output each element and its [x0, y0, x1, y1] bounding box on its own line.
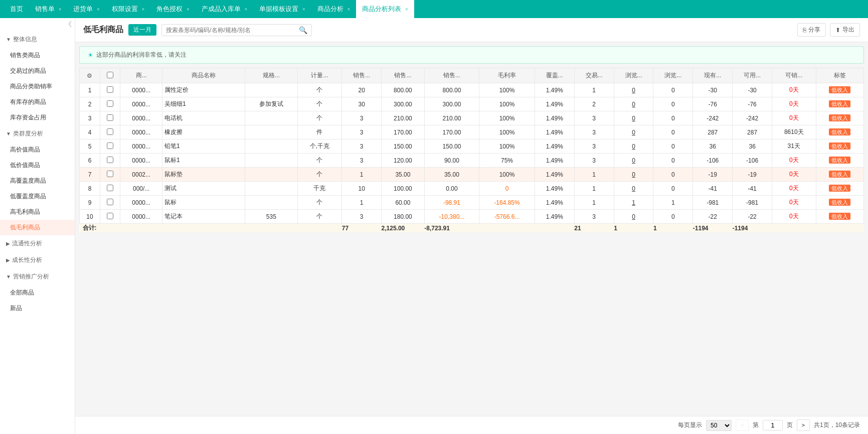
col-code[interactable]: 商... — [120, 68, 162, 83]
totals-browse2: 1 — [653, 224, 693, 233]
row-no: 4 — [80, 125, 100, 139]
search-icon[interactable]: 🔍 — [299, 26, 307, 34]
row-checkbox[interactable] — [100, 210, 120, 224]
col-spec[interactable]: 规格... — [245, 68, 298, 83]
row-browse1[interactable]: 0 — [614, 97, 653, 111]
sidebar-item-all-goods[interactable]: 全部商品 — [0, 285, 75, 301]
row-checkbox[interactable] — [100, 168, 120, 182]
row-browse1[interactable]: 0 — [614, 111, 653, 125]
row-gross-margin: 100% — [479, 168, 535, 182]
sidebar-item-sales-goods[interactable]: 销售类商品 — [0, 48, 75, 63]
sidebar-group-marketing[interactable]: ▼ 营销推广分析 — [0, 268, 75, 285]
nav-analysis-list[interactable]: 商品分析列表 × — [356, 0, 414, 18]
row-current: -19 — [693, 168, 733, 182]
row-browse1[interactable]: 0 — [614, 154, 653, 168]
row-tag: 低收入 — [816, 168, 863, 182]
row-browse1[interactable]: 1 — [614, 196, 653, 210]
sidebar-item-new-goods[interactable]: 新品 — [0, 301, 75, 316]
col-checkbox[interactable] — [100, 68, 120, 83]
nav-permissions[interactable]: 权限设置 × — [106, 0, 150, 18]
table-row: 5 0000... 铅笔1 个,千克 3 150.00 150.00 100% … — [80, 139, 864, 154]
nav-analysis[interactable]: 商品分析 × — [311, 0, 356, 18]
sidebar-item-low-margin[interactable]: 低毛利商品 — [0, 220, 75, 235]
col-sales-amount[interactable]: 销售... — [424, 68, 479, 83]
search-box[interactable]: 🔍 — [161, 24, 312, 36]
page-number-input[interactable] — [763, 420, 783, 430]
sidebar-item-high-coverage[interactable]: 高覆盖度商品 — [0, 173, 75, 189]
sidebar-item-low-coverage[interactable]: 低覆盖度商品 — [0, 189, 75, 204]
nav-purchase[interactable]: 进货单 × — [67, 0, 105, 18]
col-gross-margin[interactable]: 毛利率 — [479, 68, 535, 83]
col-transaction[interactable]: 交易... — [574, 68, 614, 83]
row-current: 36 — [693, 139, 733, 154]
table-row: 4 0000... 橡皮擦 件 3 170.00 170.00 100% 1.4… — [80, 125, 864, 139]
export-button[interactable]: ⬆ 导出 — [830, 23, 860, 37]
col-name[interactable]: 商品名称 — [162, 68, 245, 83]
row-browse1[interactable]: 0 — [614, 139, 653, 154]
share-button[interactable]: ⎘ 分享 — [797, 23, 826, 37]
share-icon: ⎘ — [803, 27, 806, 34]
time-filter-button[interactable]: 近一月 — [128, 24, 156, 36]
next-page-btn[interactable]: ＞ — [797, 419, 810, 431]
row-gross-margin: 75% — [479, 154, 535, 168]
row-checkbox[interactable] — [100, 83, 120, 97]
row-unit: 个 — [297, 168, 342, 182]
sidebar-item-category-rate[interactable]: 商品分类助销率 — [0, 79, 75, 94]
col-available[interactable]: 可用... — [733, 68, 772, 83]
nav-templates[interactable]: 单据模板设置 × — [253, 0, 311, 18]
row-browse1[interactable]: 0 — [614, 210, 653, 224]
col-current[interactable]: 现有... — [693, 68, 733, 83]
row-available: -22 — [733, 210, 772, 224]
nav-products[interactable]: 产成品入库单 × — [196, 0, 253, 18]
sidebar-group-overview[interactable]: ▼ 整体信息 — [0, 31, 75, 48]
col-coverage[interactable]: 覆盖... — [535, 68, 574, 83]
row-checkbox[interactable] — [100, 154, 120, 168]
row-checkbox[interactable] — [100, 97, 120, 111]
sidebar-item-high-margin[interactable]: 高毛利商品 — [0, 204, 75, 220]
sidebar-group-growth[interactable]: ▶ 成长性分析 — [0, 252, 75, 268]
sidebar-item-traded-goods[interactable]: 交易过的商品 — [0, 63, 75, 79]
row-checkbox[interactable] — [100, 196, 120, 210]
nav-home[interactable]: 首页 — [4, 0, 29, 18]
sidebar-group-liquidity[interactable]: ▶ 流通性分析 — [0, 235, 75, 252]
col-tag[interactable]: 标签 — [816, 68, 863, 83]
prev-page-btn[interactable]: ＜ — [736, 419, 749, 431]
row-available: 36 — [733, 139, 772, 154]
nav-roles[interactable]: 角色授权 × — [150, 0, 195, 18]
sidebar-item-in-stock[interactable]: 有库存的商品 — [0, 94, 75, 110]
row-checkbox[interactable] — [100, 125, 120, 139]
sidebar-item-capital[interactable]: 库存资金占用 — [0, 110, 75, 125]
col-unit[interactable]: 计量... — [297, 68, 342, 83]
sidebar-group-cluster[interactable]: ▼ 类群度分析 — [0, 125, 75, 142]
per-page-select[interactable]: 50 100 200 — [706, 420, 732, 431]
col-sellable[interactable]: 可销... — [772, 68, 816, 83]
row-checkbox[interactable] — [100, 139, 120, 154]
sidebar-item-low-value[interactable]: 低价值商品 — [0, 158, 75, 173]
col-settings[interactable]: ⚙ — [80, 68, 100, 83]
col-sales-price[interactable]: 销售... — [382, 68, 425, 83]
col-browse2[interactable]: 浏览... — [653, 68, 693, 83]
totals-row: 合计: 77 2,125.00 -8,723.91 21 1 1 -1194 — [80, 224, 864, 233]
row-checkbox[interactable] — [100, 111, 120, 125]
row-browse2: 0 — [653, 182, 693, 196]
row-checkbox[interactable] — [100, 182, 120, 196]
nav-sales[interactable]: 销售单 × — [29, 0, 67, 18]
tag-badge: 低收入 — [829, 86, 850, 93]
row-sellable: 8610天 — [772, 125, 816, 139]
search-input[interactable] — [166, 27, 299, 34]
row-browse1[interactable]: 0 — [614, 182, 653, 196]
row-sellable: 0天 — [772, 83, 816, 97]
sidebar-item-high-value[interactable]: 高价值商品 — [0, 142, 75, 158]
collapse-sidebar-btn[interactable]: 《 — [0, 18, 75, 31]
table-row: 1 0000... 属性定价 个 20 800.00 800.00 100% 1… — [80, 83, 864, 97]
row-browse1[interactable]: 0 — [614, 83, 653, 97]
col-browse1[interactable]: 浏览... — [614, 68, 653, 83]
tag-badge: 低收入 — [829, 185, 850, 192]
table-area: ⚙ 商... 商品名称 规格... 计量... 销售... 销售... 销售..… — [75, 66, 868, 416]
arrow-icon-3: ▶ — [6, 241, 10, 246]
row-browse1[interactable]: 0 — [614, 168, 653, 182]
tag-badge: 低收入 — [829, 114, 850, 121]
select-all-checkbox[interactable] — [107, 72, 113, 78]
col-sales-qty[interactable]: 销售... — [342, 68, 382, 83]
row-browse1[interactable]: 0 — [614, 125, 653, 139]
